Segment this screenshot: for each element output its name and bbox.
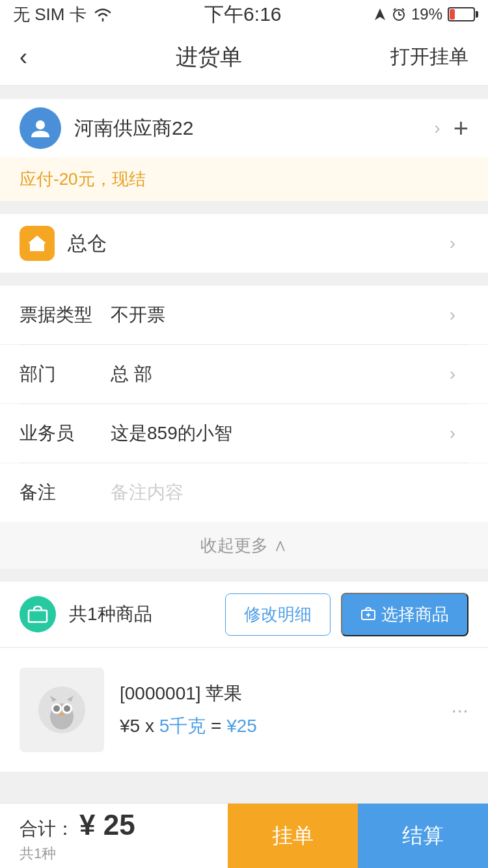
owl-logo [36,684,88,736]
sales-chevron-icon: › [450,423,455,444]
home-icon [27,234,47,252]
separator-4 [0,569,488,582]
department-row[interactable]: 部门 总 部 › [0,345,488,403]
product-title-name: 苹果 [206,683,242,703]
supplier-row[interactable]: 河南供应商22 › + [0,99,488,157]
status-carrier: 无 SIM 卡 [13,3,113,26]
product-equals: = [211,716,226,736]
page-title: 进货单 [176,42,242,72]
product-total: ¥25 [226,716,257,736]
back-button[interactable]: ‹ [20,44,27,71]
product-name: [0000001] 苹果 [120,681,435,706]
invoice-type-row[interactable]: 票据类型 不开票 › [0,286,488,344]
svg-rect-6 [29,610,47,622]
add-button[interactable]: + [454,114,468,143]
supplier-name: 河南供应商22 [74,115,434,142]
collapse-label: 收起更多 ∧ [200,534,287,557]
select-product-label: 选择商品 [381,603,449,626]
warehouse-name: 总仓 [68,230,450,257]
select-product-button[interactable]: 选择商品 [341,593,468,636]
dept-label: 部门 [20,362,111,387]
remark-row[interactable]: 备注 备注内容 [0,463,488,522]
checkout-label: 结算 [402,822,444,850]
select-icon [360,607,376,621]
product-card: [0000001] 苹果 ¥5 x 5千克 = ¥25 ··· [0,648,488,772]
remark-input[interactable]: 备注内容 [111,480,468,505]
notice-bar: 应付-20元，现结 [0,157,488,201]
total-label: 合计： [20,817,74,841]
product-info: [0000001] 苹果 ¥5 x 5千克 = ¥25 [120,681,435,739]
invoice-chevron-icon: › [450,305,455,325]
warehouse-row[interactable]: 总仓 › [0,214,488,273]
modify-detail-button[interactable]: 修改明细 [225,593,331,636]
status-time: 下午6:16 [204,1,281,28]
cart-icon [27,605,48,623]
separator-3 [0,273,488,286]
invoice-label: 票据类型 [20,303,111,327]
product-unit-price: ¥5 [120,716,140,736]
warehouse-icon [20,226,55,261]
warehouse-chevron-icon: › [450,233,455,254]
products-icon [20,596,56,632]
hold-button[interactable]: 挂单 [228,804,358,868]
sales-value: 这是859的小智 [111,421,450,446]
footer: 合计： ¥ 25 共1种 挂单 结算 [0,803,488,868]
svg-point-15 [64,705,70,712]
product-thumbnail [20,668,104,752]
separator-1 [0,86,488,99]
product-multiply: x [145,716,159,736]
dept-value: 总 部 [111,362,450,387]
dept-chevron-icon: › [450,364,455,385]
supplier-avatar [20,107,61,149]
sales-label: 业务员 [20,421,111,446]
remark-label: 备注 [20,480,111,505]
battery-icon [448,7,475,21]
svg-line-3 [394,8,396,10]
collapse-row[interactable]: 收起更多 ∧ [0,522,488,569]
product-code: [0000001] [120,683,201,703]
product-quantity: 5千克 [159,716,206,736]
invoice-value: 不开票 [111,303,450,327]
product-more-button[interactable]: ··· [451,698,468,722]
location-icon [373,7,386,21]
hold-label: 挂单 [272,822,314,850]
battery-text: 19% [411,5,442,23]
footer-count: 共1种 [20,844,208,863]
footer-total-main: 合计： ¥ 25 [20,809,208,841]
nav-bar: ‹ 进货单 打开挂单 [0,29,488,86]
supplier-chevron-icon: › [434,118,440,139]
sales-rep-row[interactable]: 业务员 这是859的小智 › [0,404,488,463]
footer-total: 合计： ¥ 25 共1种 [0,804,228,868]
svg-point-14 [53,705,60,712]
status-right: 19% [373,5,475,23]
products-count: 共1种商品 [69,602,225,627]
total-amount: ¥ 25 [79,809,135,841]
checkout-button[interactable]: 结算 [358,804,488,868]
products-header: 共1种商品 修改明细 选择商品 [0,582,488,647]
notice-text: 应付-20元，现结 [20,169,146,189]
status-bar: 无 SIM 卡 下午6:16 19% [0,0,488,29]
product-price-row: ¥5 x 5千克 = ¥25 [120,714,435,739]
wifi-icon [93,7,113,21]
alarm-icon [392,7,406,21]
carrier-text: 无 SIM 卡 [13,3,87,26]
open-hold-button[interactable]: 打开挂单 [390,44,468,70]
person-icon [29,116,52,140]
separator-2 [0,201,488,214]
svg-point-5 [36,120,45,129]
svg-line-4 [402,8,404,10]
